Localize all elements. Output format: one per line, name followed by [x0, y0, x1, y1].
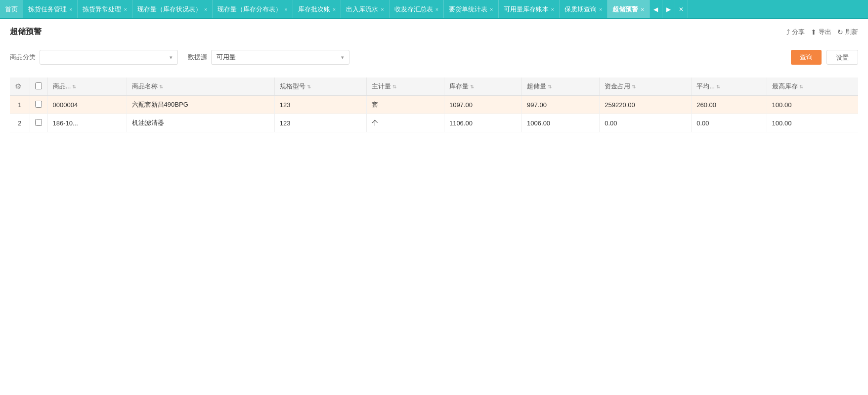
cell-spec-1: 123 — [274, 114, 366, 132]
th-product-code: 商品... ⇅ — [47, 78, 127, 96]
share-label: 分享 — [792, 28, 805, 37]
nav-close-overstock-alert[interactable]: × — [641, 6, 644, 12]
share-icon: ⤴ — [786, 28, 790, 36]
cell-index-1: 2 — [10, 114, 30, 132]
th-stock-qty: 库存量 ⇅ — [444, 78, 521, 96]
nav-close-abnormal[interactable]: × — [124, 6, 127, 12]
nav-label-order-count: 要货单统计表 — [449, 5, 487, 14]
nav-item-shelf-life[interactable]: 保质期查询 × — [560, 0, 608, 18]
nav-label-task-mgmt: 拣货任务管理 — [28, 5, 67, 14]
table-header-row: ⚙ 商品... ⇅ 商品名称 ⇅ — [10, 78, 858, 96]
nav-item-stock-batch[interactable]: 库存批次账 × — [293, 0, 341, 18]
export-label: 导出 — [819, 28, 831, 37]
sort-max-stock-icon[interactable]: ⇅ — [799, 84, 803, 89]
nav-item-order-count[interactable]: 要货单统计表 × — [444, 0, 498, 18]
sort-product-name-icon[interactable]: ⇅ — [159, 84, 163, 89]
datasource-filter: 数据源 可用量 ▾ — [188, 50, 349, 65]
query-button[interactable]: 查询 — [791, 50, 822, 65]
refresh-icon: ↻ — [837, 28, 843, 36]
nav-arrow-right[interactable]: ▶ — [662, 0, 675, 18]
cell-spec-0: 123 — [274, 96, 366, 114]
nav-arrow-close[interactable]: ✕ — [675, 0, 688, 18]
cell-max-stock-0: 100.00 — [767, 96, 858, 114]
cell-product-name-1: 机油滤清器 — [127, 114, 274, 132]
nav-close-stock-dist[interactable]: × — [284, 6, 287, 12]
nav-close-shelf-life[interactable]: × — [599, 6, 602, 12]
nav-close-available-stock[interactable]: × — [551, 6, 554, 12]
category-select[interactable]: ▾ — [40, 50, 178, 65]
nav-item-available-stock[interactable]: 可用量库存账本 × — [499, 0, 560, 18]
nav-item-inout-flow[interactable]: 出入库流水 × — [341, 0, 389, 18]
th-spec-label: 规格型号 — [280, 82, 305, 91]
datasource-value: 可用量 — [217, 53, 236, 62]
th-capital-occupy-label: 资金占用 — [605, 82, 630, 91]
sort-capital-occupy-icon[interactable]: ⇅ — [632, 84, 636, 89]
cell-product-code-1: 186-10... — [47, 114, 127, 132]
nav-item-overstock-alert[interactable]: 超储预警 × — [608, 0, 649, 18]
sort-over-qty-icon[interactable]: ⇅ — [548, 84, 552, 89]
nav-item-receive-send[interactable]: 收发存汇总表 × — [390, 0, 444, 18]
refresh-label: 刷新 — [845, 28, 858, 37]
table-header: ⚙ 商品... ⇅ 商品名称 ⇅ — [10, 78, 858, 96]
sort-avg-icon[interactable]: ⇅ — [716, 84, 720, 89]
th-product-code-label: 商品... — [53, 82, 71, 91]
filter-buttons: 查询 设置 — [791, 50, 858, 65]
th-product-name-label: 商品名称 — [132, 82, 158, 91]
nav-close-stock-status[interactable]: × — [204, 6, 207, 12]
category-chevron-icon: ▾ — [170, 54, 173, 61]
th-stock-qty-label: 库存量 — [449, 82, 469, 91]
nav-close-task-mgmt[interactable]: × — [69, 6, 72, 12]
datasource-select[interactable]: 可用量 ▾ — [211, 50, 349, 65]
cell-over-qty-1: 1006.00 — [522, 114, 600, 132]
nav-label-inout-flow: 出入库流水 — [346, 5, 378, 14]
cell-stock-qty-1: 1106.00 — [444, 114, 521, 132]
nav-close-inout-flow[interactable]: × — [381, 6, 384, 12]
sort-unit-icon[interactable]: ⇅ — [392, 84, 396, 89]
share-action[interactable]: ⤴ 分享 — [786, 28, 805, 37]
sort-spec-icon[interactable]: ⇅ — [307, 84, 311, 89]
cell-avg-1: 0.00 — [692, 114, 767, 132]
select-all-checkbox[interactable] — [35, 82, 42, 89]
th-max-stock-label: 最高库存 — [772, 82, 798, 91]
th-spec: 规格型号 ⇅ — [274, 78, 366, 96]
th-unit-label: 主计量 — [372, 82, 391, 91]
refresh-action[interactable]: ↻ 刷新 — [837, 28, 858, 37]
th-unit: 主计量 ⇅ — [366, 78, 444, 96]
nav-label-overstock-alert: 超储预警 — [612, 5, 638, 14]
filter-area: 商品分类 ▾ 数据源 可用量 ▾ 查询 设置 — [10, 45, 858, 70]
cell-over-qty-0: 997.00 — [522, 96, 600, 114]
nav-item-stock-dist[interactable]: 现存量（库存分布表） × — [213, 0, 293, 18]
cell-checkbox-0 — [30, 96, 47, 114]
cell-capital-occupy-0: 259220.00 — [600, 96, 692, 114]
nav-close-stock-batch[interactable]: × — [333, 6, 336, 12]
cell-unit-1: 个 — [366, 114, 444, 132]
sort-stock-qty-icon[interactable]: ⇅ — [470, 84, 474, 89]
nav-item-task-mgmt[interactable]: 拣货任务管理 × — [23, 0, 78, 18]
nav-item-stock-status[interactable]: 现存量（库存状况表） × — [132, 0, 213, 18]
nav-label-home: 首页 — [5, 5, 18, 14]
nav-item-abnormal[interactable]: 拣货异常处理 × — [78, 0, 132, 18]
settings-gear-icon[interactable]: ⚙ — [15, 82, 21, 90]
th-settings: ⚙ — [10, 78, 30, 96]
header-actions: ⤴ 分享 ⬆ 导出 ↻ 刷新 — [786, 28, 858, 37]
nav-close-order-count[interactable]: × — [490, 6, 493, 12]
category-label: 商品分类 — [10, 53, 36, 62]
export-action[interactable]: ⬆ 导出 — [811, 28, 831, 37]
nav-arrow-left[interactable]: ◀ — [650, 0, 662, 18]
data-table: ⚙ 商品... ⇅ 商品名称 ⇅ — [10, 78, 858, 132]
export-icon: ⬆ — [811, 28, 817, 36]
nav-label-abnormal: 拣货异常处理 — [83, 5, 121, 14]
sort-product-code-icon[interactable]: ⇅ — [72, 84, 76, 89]
nav-label-shelf-life: 保质期查询 — [564, 5, 597, 14]
cell-unit-0: 套 — [366, 96, 444, 114]
nav-close-receive-send[interactable]: × — [435, 6, 438, 12]
row-checkbox-0[interactable] — [35, 101, 42, 108]
datasource-chevron-icon: ▾ — [341, 54, 344, 61]
nav-item-home[interactable]: 首页 — [0, 0, 23, 18]
cell-product-code-0: 0000004 — [47, 96, 127, 114]
row-checkbox-1[interactable] — [35, 119, 42, 126]
page-title: 超储预警 — [10, 27, 42, 37]
nav-label-receive-send: 收发存汇总表 — [394, 5, 433, 14]
th-over-qty-label: 超储量 — [527, 82, 546, 91]
settings-button[interactable]: 设置 — [826, 50, 858, 65]
